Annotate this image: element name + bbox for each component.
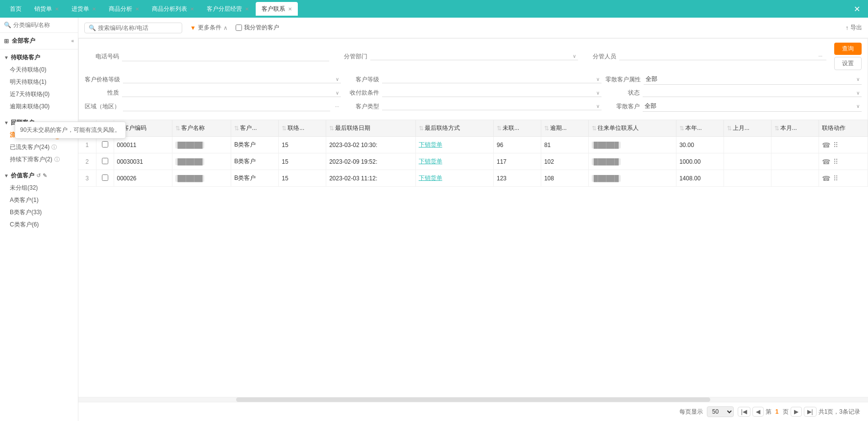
filter-status-select[interactable]: ∨ [643,89,862,97]
my-customers-checkbox-label[interactable]: 我分管的客户 [236,24,279,32]
table-footer: 每页显示 50 100 |◀ ◀ 第 1 页 ▶ ▶| 共1页，3条记录 [78,402,868,421]
prev-page-button[interactable]: ◀ [752,407,764,417]
tab-customer-contact[interactable]: 客户联系 ✕ [256,2,298,16]
sidebar-collapse-icon[interactable]: « [71,38,74,44]
sidebar-root[interactable]: ⊞ 全部客户 « [0,33,78,50]
row-overdue: 102 [541,153,588,170]
th-overdue-sort-icon: ⇅ [544,125,549,132]
sidebar-root-label: 全部客户 [12,37,35,45]
tab-sales[interactable]: 销货单 ✕ [28,2,65,16]
filter-dept-select[interactable]: ∨ [370,52,578,60]
next-page-button[interactable]: ▶ [791,407,802,417]
close-all-button[interactable]: ✕ [850,4,864,14]
row-checkbox[interactable] [102,158,108,164]
row-action-contact-icon[interactable]: ☎ [822,158,830,166]
filter-nature: 性质 ∨ [85,89,341,97]
my-customers-checkbox[interactable] [236,25,242,31]
row-contact-count: 15 [279,153,326,170]
filter-customer-level-select[interactable]: ∨ [382,75,601,83]
per-page-select[interactable]: 50 100 [707,406,734,417]
row-checkbox[interactable] [102,174,108,181]
sidebar-search-input[interactable] [13,22,78,28]
toolbar: 🔍 ▼ 更多条件 ∧ 我分管的客户 ↑ 导出 [78,18,868,38]
more-filters-button[interactable]: ▼ 更多条件 ∧ [186,22,232,34]
filter-scatter-attr-select[interactable]: 全部 ∨ [644,74,862,85]
tab-product-analysis[interactable]: 商品分析 ✕ [103,2,145,16]
row-last-method-link[interactable]: 下销货单 [419,158,442,165]
row-last-method-link[interactable]: 下销货单 [419,141,442,148]
row-last-date: 2023-02-03 11:12: [326,170,415,187]
row-action-contact-icon[interactable]: ☎ [822,174,830,182]
first-page-button[interactable]: |◀ [738,407,750,417]
search-button[interactable]: 查询 [834,43,862,55]
tab-customer-segment[interactable]: 客户分层经营 ✕ [201,2,255,16]
row-overdue: 108 [541,170,588,187]
row-last-method: 下销货单 [415,170,493,187]
region-more-icon[interactable]: ··· [333,104,341,109]
row-action-more-icon[interactable]: ⠿ [833,174,838,182]
table-row: 3 000026 ██████ B类客户 15 2023-02-03 11:12… [78,170,868,187]
tab-purchase-close[interactable]: ✕ [92,6,96,12]
filter-nature-select[interactable]: ∨ [122,89,341,97]
filter-icon: ▼ [190,25,196,31]
filter-phone: 电话号码 [85,52,329,61]
row-last-method-link[interactable]: 下销货单 [419,174,442,181]
sidebar-item-tomorrow[interactable]: 明天待联络(1) [0,76,78,88]
value-refresh-icon[interactable]: ↺ [36,173,41,179]
manager-more-icon[interactable]: ··· [817,53,824,59]
row-last-month [723,137,771,153]
toolbar-search-icon: 🔍 [89,25,96,31]
filter-manager-select[interactable]: ··· [619,52,826,60]
row-code: 000026 [114,170,172,187]
row-not-contacted: 117 [494,153,541,170]
table-scrollbar[interactable] [78,397,868,402]
sidebar-item-class-b[interactable]: B类客户(33) [0,206,78,219]
sidebar-item-class-a[interactable]: A类客户(1) [0,194,78,206]
filter-scatter-attr-label: 零散客户属性 [605,75,641,84]
tab-product-analysis-close[interactable]: ✕ [135,6,139,12]
search-input[interactable] [98,25,178,31]
sidebar-item-overdue-label: 逾期未联络(30) [10,102,49,111]
tab-purchase[interactable]: 进货单 ✕ [66,2,102,16]
row-action-contact-icon[interactable]: ☎ [822,141,830,149]
filter-payment-select[interactable]: ∨ [382,89,601,97]
sidebar-group-pending-header[interactable]: ▼ 待联络客户 [0,51,78,64]
sidebar-item-7days[interactable]: 近7天待联络(0) [0,88,78,100]
filter-dept: 分管部门 ∨ [333,52,578,61]
settings-button[interactable]: 设置 [834,57,862,70]
sidebar-item-declining[interactable]: 持续下滑客户(2) ⓘ [0,153,78,166]
scrollbar-thumb [236,397,710,402]
tab-product-list-close[interactable]: ✕ [190,6,194,12]
filter-row-1: 电话号码 分管部门 ∨ 分管人员 ··· 查询 [85,43,862,70]
sidebar-item-class-c[interactable]: C类客户(6) [0,219,78,231]
row-contact-person-blurred: ██████ [592,142,621,149]
sidebar-group-value-header[interactable]: ▼ 价值客户 ↺ ✎ [0,170,78,182]
sidebar-item-today[interactable]: 今天待联络(0) [0,64,78,76]
tab-home[interactable]: 首页 [4,2,27,16]
tab-product-list[interactable]: 商品分析列表 ✕ [146,2,200,16]
tab-customer-segment-close[interactable]: ✕ [245,6,249,12]
page-label: 第 [766,408,772,416]
row-action-more-icon[interactable]: ⠿ [833,141,838,149]
row-checkbox[interactable] [102,141,108,148]
tab-customer-contact-close[interactable]: ✕ [288,6,292,12]
nature-arrow-icon: ∨ [336,90,339,96]
export-button[interactable]: ↑ 导出 [845,24,862,32]
filter-scatter-customer-select[interactable]: 全部 ∨ [643,101,862,112]
row-action-more-icon[interactable]: ⠿ [833,158,838,166]
th-last-method-label: 最后联络方式 [425,124,460,132]
filter-phone-label: 电话号码 [85,52,119,61]
filter-region-input[interactable] [123,102,330,111]
sidebar-item-overdue[interactable]: 逾期未联络(30) [0,100,78,113]
sidebar-item-unclassified[interactable]: 未分组(32) [0,182,78,194]
main-layout: 🔍 ⊞ 全部客户 « ▼ 待联络客户 今天待联络(0) 明天待联络(1) 近7天… [0,18,868,421]
filter-customer-type-select[interactable]: ∨ [382,102,601,110]
filter-price-level-select[interactable]: ∨ [123,75,341,83]
tab-sales-close[interactable]: ✕ [55,6,59,12]
filter-phone-input[interactable] [122,52,329,61]
value-edit-icon[interactable]: ✎ [43,173,47,179]
sidebar: 🔍 ⊞ 全部客户 « ▼ 待联络客户 今天待联络(0) 明天待联络(1) 近7天… [0,18,78,421]
class-b-label: B类客户(33) [10,208,42,217]
sidebar-item-churned[interactable]: 已流失客户(24) ⓘ [0,141,78,153]
last-page-button[interactable]: ▶| [804,407,817,417]
